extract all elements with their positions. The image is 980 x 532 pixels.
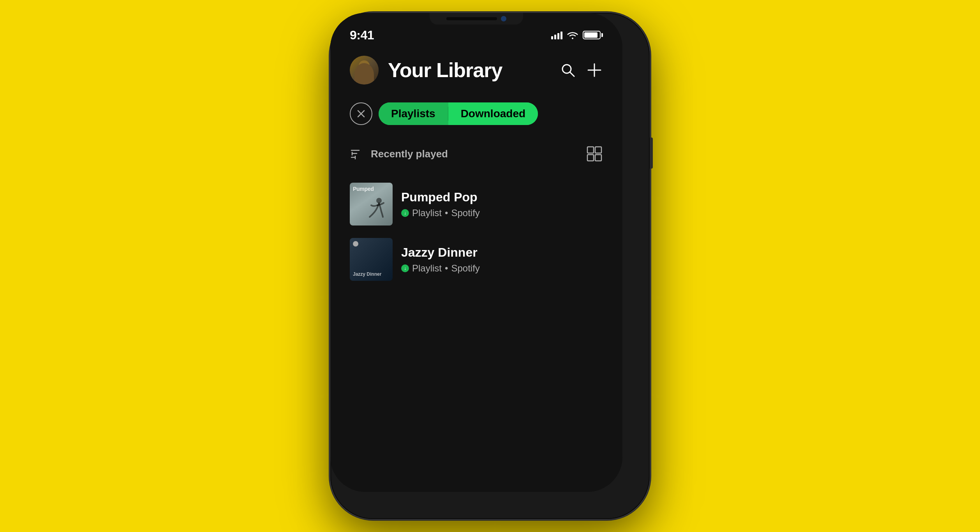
jazzy-dinner-source: Spotify bbox=[451, 263, 479, 274]
pumped-art-title: Pumped bbox=[353, 186, 374, 192]
jazzy-art-bg: Jazzy Dinner bbox=[350, 238, 393, 281]
downloaded-indicator bbox=[401, 209, 409, 217]
pumped-pop-art: Pumped bbox=[350, 183, 393, 225]
downloaded-indicator-2 bbox=[401, 264, 409, 272]
grid-view-button[interactable] bbox=[586, 145, 603, 162]
jazzy-art-title: Jazzy Dinner bbox=[353, 271, 381, 277]
signal-bar-4 bbox=[561, 32, 562, 39]
search-icon bbox=[559, 62, 576, 79]
svg-rect-11 bbox=[587, 147, 594, 153]
signal-bar-2 bbox=[554, 35, 556, 39]
status-bar: 9:41 bbox=[330, 25, 622, 45]
svg-rect-14 bbox=[595, 155, 601, 161]
meta-separator-1: • bbox=[445, 208, 448, 218]
jazzy-art-dot bbox=[353, 241, 358, 247]
pumped-pop-type: Playlist bbox=[412, 208, 442, 218]
signal-bar-1 bbox=[551, 36, 553, 39]
playlists-filter-button[interactable]: Playlists bbox=[379, 102, 448, 125]
svg-rect-13 bbox=[587, 155, 594, 161]
plus-icon bbox=[586, 62, 603, 79]
phone-screen: 9:41 bbox=[330, 13, 622, 492]
sort-left: Recently played bbox=[350, 148, 448, 160]
pumped-pop-meta: Playlist • Spotify bbox=[401, 208, 603, 218]
sort-label[interactable]: Recently played bbox=[371, 148, 448, 160]
wifi-icon bbox=[567, 31, 578, 39]
status-icons bbox=[551, 31, 603, 39]
grid-icon bbox=[586, 145, 603, 162]
sort-row: Recently played bbox=[330, 139, 622, 169]
playlist-list: Pumped bbox=[330, 176, 622, 287]
downloaded-filter-button[interactable]: Downloaded bbox=[448, 102, 538, 125]
status-time: 9:41 bbox=[350, 28, 374, 42]
filter-pills: Playlists Downloaded bbox=[379, 102, 538, 125]
dancer-figure bbox=[367, 197, 388, 224]
filter-row: Playlists Downloaded bbox=[330, 96, 622, 131]
pumped-pop-name: Pumped Pop bbox=[401, 190, 603, 204]
jazzy-dinner-meta: Playlist • Spotify bbox=[401, 263, 603, 274]
battery-tip bbox=[601, 33, 603, 37]
avatar-face bbox=[350, 56, 379, 85]
page-title: Your Library bbox=[388, 58, 559, 82]
pumped-art-bg: Pumped bbox=[350, 183, 393, 225]
pumped-pop-source: Spotify bbox=[451, 208, 479, 218]
signal-bar-3 bbox=[557, 33, 559, 39]
svg-rect-12 bbox=[595, 147, 601, 153]
battery-icon bbox=[583, 31, 603, 39]
sort-icon[interactable] bbox=[350, 148, 365, 160]
x-icon bbox=[356, 109, 366, 118]
jazzy-dinner-art: Jazzy Dinner bbox=[350, 238, 393, 281]
signal-bars-icon bbox=[551, 31, 562, 39]
add-button[interactable] bbox=[586, 62, 603, 79]
pumped-pop-info: Pumped Pop Playlist • Spotify bbox=[401, 190, 603, 218]
phone-frame: 9:41 bbox=[330, 13, 650, 519]
jazzy-dinner-info: Jazzy Dinner Playlist • Spotify bbox=[401, 245, 603, 274]
phone-wrapper: 9:41 bbox=[330, 13, 650, 519]
header-actions bbox=[559, 62, 603, 79]
notch-pill bbox=[446, 17, 497, 20]
meta-separator-2: • bbox=[445, 263, 448, 274]
playlist-item-jazzy-dinner[interactable]: Jazzy Dinner Jazzy Dinner Playlist • Spo… bbox=[350, 232, 603, 287]
notch-bar bbox=[430, 13, 523, 25]
camera-dot bbox=[501, 16, 506, 21]
battery-fill bbox=[584, 32, 598, 38]
user-avatar[interactable] bbox=[350, 56, 379, 85]
battery-body bbox=[583, 31, 601, 39]
header-row: Your Library bbox=[330, 48, 622, 92]
main-content: Your Library bbox=[330, 13, 622, 492]
svg-point-15 bbox=[376, 198, 382, 203]
jazzy-dinner-name: Jazzy Dinner bbox=[401, 245, 603, 260]
jazzy-dinner-type: Playlist bbox=[412, 263, 442, 274]
svg-line-1 bbox=[570, 72, 574, 76]
clear-filters-button[interactable] bbox=[350, 102, 372, 125]
playlist-item-pumped-pop[interactable]: Pumped bbox=[350, 176, 603, 232]
search-button[interactable] bbox=[559, 62, 576, 79]
